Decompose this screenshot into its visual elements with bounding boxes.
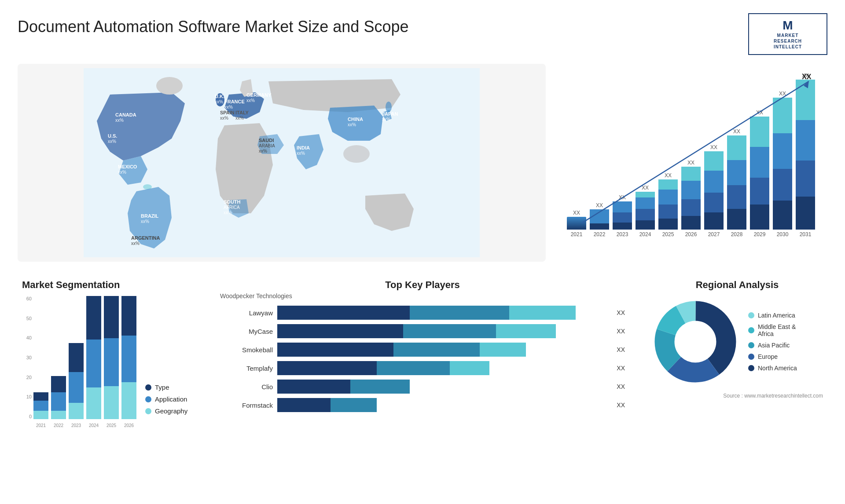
segmentation-title: Market Segmentation <box>22 279 198 291</box>
segmentation-legend: Type Application Geography <box>145 383 187 428</box>
svg-text:ARGENTINA: ARGENTINA <box>131 235 160 241</box>
player-row-templafy: Templafy XX <box>220 361 625 375</box>
logo-letter: M <box>783 18 793 33</box>
world-map: CANADA xx% U.S. xx% MEXICO xx% BRAZIL xx… <box>18 64 546 262</box>
reg-dot-north-america <box>748 365 754 371</box>
top-row: CANADA xx% U.S. xx% MEXICO xx% BRAZIL xx… <box>18 64 827 262</box>
svg-text:ARABIA: ARABIA <box>259 143 275 148</box>
bar-seg1-mycase <box>277 324 403 338</box>
y-label-10: 10 <box>22 394 32 399</box>
player-bar-clio <box>277 380 609 394</box>
reg-dot-europe <box>748 354 754 360</box>
player-row-mycase: MyCase XX <box>220 324 625 338</box>
svg-text:xx%: xx% <box>224 105 233 110</box>
player-bar-formstack <box>277 398 609 412</box>
map-svg: CANADA xx% U.S. xx% MEXICO xx% BRAZIL xx… <box>22 68 541 257</box>
seg-x-2022: 2022 <box>51 423 66 428</box>
reg-label-europe: Europe <box>758 353 778 360</box>
svg-text:xx%: xx% <box>141 219 149 224</box>
bar-seg2-clio <box>350 380 410 394</box>
seg-x-2023: 2023 <box>69 423 84 428</box>
player-bar-mycase <box>277 324 609 338</box>
reg-legend-asia-pacific: Asia Pacific <box>748 342 797 349</box>
player-name-clio: Clio <box>220 383 273 391</box>
seg-x-2021: 2021 <box>33 423 48 428</box>
bar-seg3-templafy <box>450 361 489 375</box>
bar-seg2-mycase <box>403 324 496 338</box>
page-header: Document Automation Software Market Size… <box>18 13 827 55</box>
svg-text:SAUDI: SAUDI <box>259 138 274 143</box>
player-xx-templafy: XX <box>617 365 625 372</box>
legend-dot-application <box>145 396 151 402</box>
svg-text:SPAIN: SPAIN <box>220 110 235 115</box>
bar-seg1-clio <box>277 380 350 394</box>
bar-seg2-templafy <box>377 361 450 375</box>
legend-dot-geography <box>145 408 151 414</box>
reg-legend-middle-east: Middle East &Africa <box>748 323 797 337</box>
svg-text:JAPAN: JAPAN <box>382 111 398 117</box>
svg-text:U.K.: U.K. <box>215 94 224 99</box>
bar-seg2-smokeball <box>393 343 480 357</box>
player-name-lawyaw: Lawyaw <box>220 309 273 317</box>
y-label-0: 0 <box>22 414 32 419</box>
reg-dot-asia-pacific <box>748 342 754 348</box>
y-label-20: 20 <box>22 375 32 380</box>
donut-chart <box>651 298 739 386</box>
svg-text:xx%: xx% <box>118 170 126 175</box>
svg-text:xx%: xx% <box>235 116 244 121</box>
reg-label-middle-east: Middle East &Africa <box>758 323 796 337</box>
svg-text:xx%: xx% <box>259 149 267 153</box>
regional-analysis: Regional Analysis <box>643 275 827 460</box>
regional-title: Regional Analysis <box>651 279 823 291</box>
bar-seg3-smokeball <box>480 343 526 357</box>
svg-text:GERMANY: GERMANY <box>246 92 272 98</box>
player-name-mycase: MyCase <box>220 328 273 335</box>
legend-dot-type <box>145 384 151 391</box>
reg-legend-north-america: North America <box>748 365 797 372</box>
bar-seg1-templafy <box>277 361 377 375</box>
seg-x-2024: 2024 <box>86 423 101 428</box>
svg-text:xx%: xx% <box>220 116 228 121</box>
y-label-40: 40 <box>22 335 32 340</box>
reg-label-north-america: North America <box>758 365 797 372</box>
seg-x-2025: 2025 <box>104 423 119 428</box>
bar-seg3-lawyaw <box>509 306 576 320</box>
bottom-row: Market Segmentation 0 10 20 30 40 50 60 <box>18 275 827 460</box>
svg-point-1 <box>156 77 183 95</box>
reg-legend-europe: Europe <box>748 353 797 360</box>
regional-legend: Latin America Middle East &Africa Asia P… <box>748 312 797 372</box>
svg-text:AFRICA: AFRICA <box>224 205 240 210</box>
players-title: Top Key Players <box>220 279 625 291</box>
legend-application: Application <box>145 395 187 403</box>
top-key-players: Top Key Players Woodpecker Technologies … <box>211 275 634 460</box>
bar-seg1-formstack <box>277 398 331 412</box>
player-bar-templafy <box>277 361 609 375</box>
player-name-smokeball: Smokeball <box>220 346 273 354</box>
svg-text:xx%: xx% <box>224 210 232 215</box>
reg-dot-latin-america <box>748 312 754 318</box>
y-label-30: 30 <box>22 355 32 360</box>
svg-point-4 <box>386 102 392 112</box>
y-label-50: 50 <box>22 316 32 321</box>
player-xx-mycase: XX <box>617 328 625 335</box>
svg-text:xx%: xx% <box>131 241 140 246</box>
logo: M MARKET RESEARCH INTELLECT <box>748 13 827 55</box>
legend-label-application: Application <box>155 395 187 403</box>
donut-svg <box>651 298 739 386</box>
reg-dot-middle-east <box>748 327 754 333</box>
player-row-clio: Clio XX <box>220 380 625 394</box>
market-segmentation: Market Segmentation 0 10 20 30 40 50 60 <box>18 275 202 460</box>
legend-label-geography: Geography <box>155 407 187 415</box>
svg-text:MEXICO: MEXICO <box>118 164 137 169</box>
bar-seg2-formstack <box>331 398 377 412</box>
player-bar-lawyaw <box>277 306 609 320</box>
svg-text:xx%: xx% <box>348 122 356 127</box>
donut-center <box>676 322 715 362</box>
bar-seg3-mycase <box>496 324 556 338</box>
svg-text:CHINA: CHINA <box>348 117 363 122</box>
svg-text:FRANCE: FRANCE <box>224 99 245 104</box>
svg-text:xx%: xx% <box>382 117 390 122</box>
reg-label-latin-america: Latin America <box>758 312 795 319</box>
player-name-formstack: Formstack <box>220 402 273 409</box>
legend-label-type: Type <box>155 383 169 391</box>
